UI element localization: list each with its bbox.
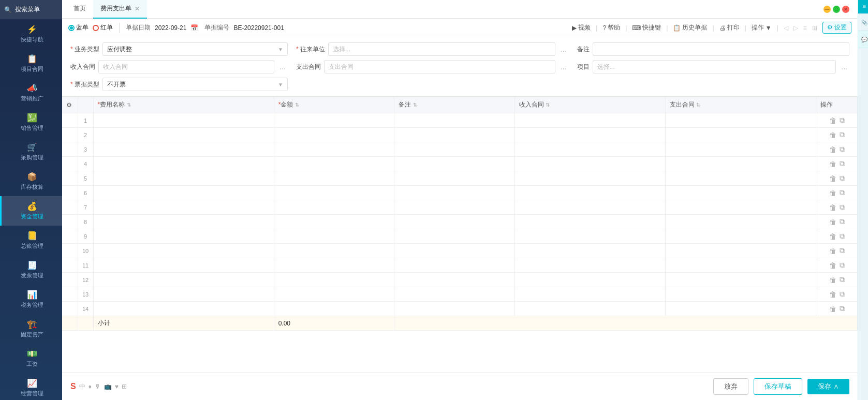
- calendar-icon[interactable]: 📅: [190, 24, 198, 32]
- set-button[interactable]: ⚙ 设置: [822, 22, 851, 34]
- right-panel-tab-1[interactable]: ≡: [858, 0, 869, 14]
- sidebar-item-inventory[interactable]: 📦库存核算: [0, 167, 62, 196]
- cell-remark-10[interactable]: [394, 244, 515, 258]
- tab-expense-form[interactable]: 费用支出单 ✕: [93, 0, 147, 19]
- copy-row-3[interactable]: ⧉: [840, 145, 845, 154]
- cell-amount-11[interactable]: [274, 258, 394, 273]
- cell-expense-contract-4[interactable]: [666, 157, 816, 171]
- cell-expense-contract-8[interactable]: [666, 215, 816, 229]
- cell-amount-8[interactable]: [274, 215, 394, 229]
- close-button[interactable]: ✕: [842, 6, 849, 13]
- sidebar-item-accounting[interactable]: 📒总账管理: [0, 226, 62, 255]
- copy-row-10[interactable]: ⧉: [840, 246, 845, 255]
- cell-income-contract-9[interactable]: [515, 229, 666, 244]
- copy-row-8[interactable]: ⧉: [840, 217, 845, 226]
- cell-remark-6[interactable]: [394, 186, 515, 200]
- sidebar-item-quick-nav[interactable]: ⚡快捷导航: [0, 19, 62, 49]
- ops-btn[interactable]: 操作 ▼: [752, 23, 772, 32]
- cell-remark-9[interactable]: [394, 229, 515, 244]
- cell-amount-5[interactable]: [274, 171, 394, 186]
- delete-row-14[interactable]: 🗑: [829, 305, 836, 313]
- delete-row-5[interactable]: 🗑: [829, 174, 836, 183]
- cell-remark-2[interactable]: [394, 128, 515, 142]
- cell-amount-2[interactable]: [274, 128, 394, 142]
- invoice-type-input[interactable]: 不开票 ▼: [102, 78, 288, 91]
- cell-expense-contract-9[interactable]: [666, 229, 816, 244]
- cell-expense-name-6[interactable]: [93, 186, 274, 200]
- cell-remark-3[interactable]: [394, 142, 515, 157]
- cell-expense-contract-7[interactable]: [666, 200, 816, 215]
- th-settings[interactable]: ⚙: [62, 97, 78, 113]
- copy-row-12[interactable]: ⧉: [840, 275, 845, 284]
- cell-expense-name-4[interactable]: [93, 157, 274, 171]
- delete-row-6[interactable]: 🗑: [829, 189, 836, 197]
- cell-expense-name-7[interactable]: [93, 200, 274, 215]
- cell-income-contract-8[interactable]: [515, 215, 666, 229]
- cell-amount-12[interactable]: [274, 273, 394, 287]
- cell-remark-13[interactable]: [394, 287, 515, 302]
- cell-remark-1[interactable]: [394, 113, 515, 128]
- delete-row-13[interactable]: 🗑: [829, 290, 836, 299]
- cell-expense-name-14[interactable]: [93, 302, 274, 316]
- copy-row-13[interactable]: ⧉: [840, 290, 845, 299]
- expense-contract-input[interactable]: 支出合同: [324, 60, 555, 73]
- sidebar-item-purchase-mgmt[interactable]: 🛒采购管理: [0, 137, 62, 167]
- video-btn[interactable]: ▶ 视频: [572, 23, 591, 32]
- sidebar-item-fixed-assets[interactable]: 🏗️固定资产: [0, 314, 62, 344]
- cell-expense-name-13[interactable]: [93, 287, 274, 302]
- cell-amount-3[interactable]: [274, 142, 394, 157]
- cell-expense-name-5[interactable]: [93, 171, 274, 186]
- maximize-button[interactable]: □: [833, 6, 840, 13]
- remark-input[interactable]: [593, 42, 850, 56]
- delete-row-3[interactable]: 🗑: [829, 145, 836, 154]
- tab-close-icon[interactable]: ✕: [135, 5, 140, 12]
- cell-expense-name-10[interactable]: [93, 244, 274, 258]
- project-input[interactable]: 选择...: [593, 60, 836, 73]
- cell-income-contract-5[interactable]: [515, 171, 666, 186]
- business-type-input[interactable]: 应付调整 ▼: [102, 42, 288, 56]
- cell-amount-4[interactable]: [274, 157, 394, 171]
- sidebar-item-marketing[interactable]: 📣营销推广: [0, 78, 62, 108]
- cell-income-contract-10[interactable]: [515, 244, 666, 258]
- cell-remark-12[interactable]: [394, 273, 515, 287]
- cell-expense-contract-1[interactable]: [666, 113, 816, 128]
- copy-row-4[interactable]: ⧉: [840, 159, 845, 168]
- copy-row-2[interactable]: ⧉: [840, 130, 845, 139]
- cell-remark-8[interactable]: [394, 215, 515, 229]
- cell-expense-contract-14[interactable]: [666, 302, 816, 316]
- cell-income-contract-11[interactable]: [515, 258, 666, 273]
- blue-bill-radio[interactable]: 蓝单: [68, 23, 89, 32]
- copy-row-6[interactable]: ⧉: [840, 188, 845, 197]
- history-btn[interactable]: 📋 历史单据: [673, 23, 707, 32]
- number-value[interactable]: BE-20220921-001: [233, 24, 284, 32]
- delete-row-4[interactable]: 🗑: [829, 160, 836, 168]
- sidebar-item-invoice-mgmt[interactable]: 🧾发票管理: [0, 255, 62, 285]
- cell-income-contract-7[interactable]: [515, 200, 666, 215]
- tab-home[interactable]: 首页: [66, 0, 93, 19]
- cell-amount-13[interactable]: [274, 287, 394, 302]
- cell-remark-7[interactable]: [394, 200, 515, 215]
- cell-expense-name-8[interactable]: [93, 215, 274, 229]
- copy-row-14[interactable]: ⧉: [840, 304, 845, 313]
- cell-expense-contract-5[interactable]: [666, 171, 816, 186]
- sort-expense-contract[interactable]: ⇅: [696, 102, 700, 108]
- print-btn[interactable]: 🖨 打印: [719, 23, 740, 32]
- expense-contract-dots[interactable]: ...: [558, 63, 569, 71]
- sidebar-item-sales-mgmt[interactable]: 💹销售管理: [0, 108, 62, 137]
- cell-expense-contract-10[interactable]: [666, 244, 816, 258]
- cell-expense-name-9[interactable]: [93, 229, 274, 244]
- cell-expense-name-11[interactable]: [93, 258, 274, 273]
- cell-amount-9[interactable]: [274, 229, 394, 244]
- delete-row-8[interactable]: 🗑: [829, 218, 836, 226]
- sort-expense-name[interactable]: ⇅: [127, 102, 131, 108]
- save-button[interactable]: 保存 ∧: [807, 379, 849, 394]
- income-contract-input[interactable]: 收入合同: [98, 60, 274, 73]
- sidebar-item-salary[interactable]: 💵工资: [0, 344, 62, 373]
- cell-income-contract-12[interactable]: [515, 273, 666, 287]
- cell-income-contract-1[interactable]: [515, 113, 666, 128]
- project-dots[interactable]: ...: [839, 63, 849, 71]
- cell-expense-contract-13[interactable]: [666, 287, 816, 302]
- cell-expense-name-2[interactable]: [93, 128, 274, 142]
- cell-expense-contract-3[interactable]: [666, 142, 816, 157]
- cell-amount-10[interactable]: [274, 244, 394, 258]
